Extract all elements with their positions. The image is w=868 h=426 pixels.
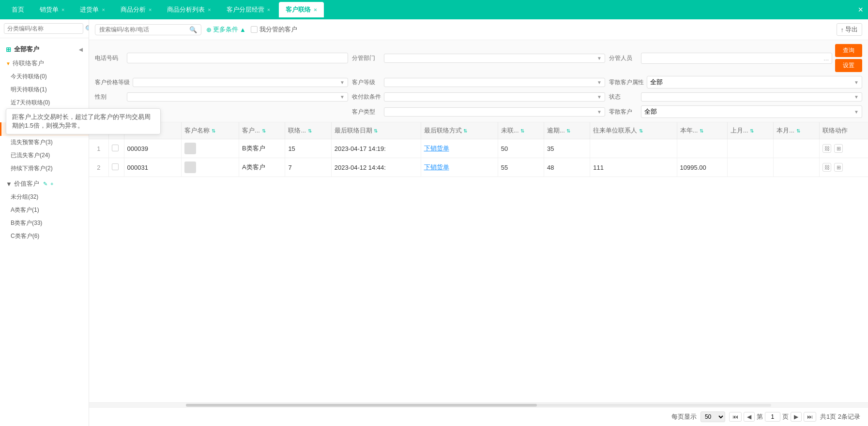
per-page-label: 每页显示 — [671, 412, 697, 421]
page-input[interactable] — [765, 412, 780, 422]
filter-row-retail-attr: 零散客户属性 全部 ▼ — [609, 76, 862, 88]
query-button[interactable]: 查询 — [835, 44, 862, 57]
th-this-year[interactable]: 本年... ⇅ — [677, 122, 727, 139]
gender-select[interactable]: ▼ — [127, 92, 348, 102]
search-input[interactable] — [99, 26, 187, 33]
sidebar-item-tomorrow-pending[interactable]: 明天待联络(1) — [0, 83, 89, 96]
tab-customer-tier-close[interactable]: × — [267, 7, 270, 13]
last-method-link-2[interactable]: 下销货单 — [424, 163, 449, 171]
tab-sales-order[interactable]: 销货单 × — [33, 2, 71, 17]
th-last-date[interactable]: 最后联络日期 ⇅ — [331, 122, 421, 139]
first-page-button[interactable]: ⏮ — [729, 412, 742, 422]
retail-attr-select[interactable]: 全部 ▼ — [647, 76, 862, 88]
row-action-1: ⛓ ⊞ — [820, 139, 868, 158]
tab-home[interactable]: 首页 — [5, 2, 31, 17]
filter-row-customer-level: 客户等级 ▼ — [352, 76, 605, 88]
my-customer-checkbox[interactable] — [251, 26, 258, 33]
edit-group-icon[interactable]: ✎ — [43, 181, 47, 187]
th-unit-contact[interactable]: 往来单位联系人 ⇅ — [590, 122, 677, 139]
retail-customer-select[interactable]: 全部 ▼ — [641, 105, 862, 118]
th-uncontact[interactable]: 未联... ⇅ — [498, 122, 544, 139]
row-checkbox-1[interactable] — [108, 139, 124, 158]
manager-label: 分管人员 — [609, 54, 638, 62]
tab-customer-contact-close[interactable]: × — [314, 7, 317, 13]
action-link-icon-1[interactable]: ⛓ — [822, 144, 831, 153]
last-method-link-1[interactable]: 下销货单 — [424, 145, 449, 152]
tab-customer-tier[interactable]: 客户分层经营 × — [220, 2, 277, 17]
pagination-bar: 每页显示 50 100 200 ⏮ ◀ 第 页 ▶ ⏭ 共1页 2条记录 — [89, 407, 868, 426]
filter-row-payment: 收付款条件 ▼ — [352, 92, 605, 102]
customer-type-select[interactable]: ▼ — [384, 107, 605, 117]
action-link-icon-2[interactable]: ⛓ — [822, 163, 831, 172]
status-select[interactable]: ▼ — [641, 92, 862, 102]
sidebar-item-class-a[interactable]: A类客户(1) — [0, 204, 89, 217]
row-last-method-2[interactable]: 下销货单 — [421, 158, 498, 177]
row-last-method-1[interactable]: 下销货单 — [421, 139, 498, 158]
sidebar-item-churned[interactable]: 已流失客户(24) — [0, 149, 89, 162]
sidebar-item-declining[interactable]: 持续下滑客户(2) — [0, 162, 89, 175]
horizontal-scrollbar[interactable] — [89, 402, 868, 407]
payment-caret: ▼ — [597, 94, 602, 100]
sidebar-search-icon[interactable]: 🔍 — [85, 25, 89, 32]
row-checkbox-2[interactable] — [108, 158, 124, 177]
th-name[interactable]: 客户名称 ⇅ — [182, 122, 239, 139]
sidebar-item-ungroup[interactable]: 未分组(32) — [0, 191, 89, 204]
manager-select[interactable]: ... — [641, 53, 832, 64]
row-last-month-1 — [727, 139, 773, 158]
tab-purchase-order[interactable]: 进货单 × — [73, 2, 111, 17]
filter-icon: ⊕ — [206, 26, 212, 33]
prev-page-button[interactable]: ◀ — [744, 412, 755, 422]
export-button[interactable]: ↑ 导出 — [837, 23, 863, 36]
next-page-button[interactable]: ▶ — [791, 412, 802, 422]
tab-sales-order-close[interactable]: × — [61, 7, 64, 13]
action-grid-icon-2[interactable]: ⊞ — [834, 163, 843, 172]
phone-input[interactable] — [127, 53, 348, 63]
per-page-select[interactable]: 50 100 200 — [700, 411, 725, 422]
more-conditions-btn[interactable]: ⊕ 更多条件 ▲ — [206, 25, 246, 34]
gender-caret: ▼ — [340, 94, 345, 100]
th-contact[interactable]: 联络... ⇅ — [285, 122, 331, 139]
search-icon[interactable]: 🔍 — [189, 26, 197, 33]
tab-product-analysis-list[interactable]: 商品分析列表 × — [160, 2, 217, 17]
dept-select[interactable]: ▼ — [384, 54, 605, 63]
th-last-month[interactable]: 上月... ⇅ — [727, 122, 773, 139]
row-2-checkbox[interactable] — [112, 163, 119, 170]
scrollbar-thumb[interactable] — [186, 404, 537, 407]
settings-button[interactable]: 设置 — [835, 59, 862, 72]
sidebar-item-7day-pending[interactable]: 近7天待联络(0) — [0, 96, 89, 109]
row-action-2: ⛓ ⊞ — [820, 158, 868, 177]
sidebar-group-value-customer[interactable]: ▼ 价值客户 ✎ + — [0, 177, 89, 191]
filter-row-dept: 分管部门 ▼ — [352, 44, 605, 72]
row-overdue-2: 48 — [544, 158, 590, 177]
extended-filter: 电话号码 分管部门 ▼ 分管人员 ... 查询 设置 — [89, 40, 868, 122]
payment-select[interactable]: ▼ — [384, 92, 605, 102]
action-grid-icon-1[interactable]: ⊞ — [834, 144, 843, 153]
customer-level-select[interactable]: ▼ — [384, 78, 605, 87]
tab-product-analysis-close[interactable]: × — [149, 7, 152, 13]
th-type[interactable]: 客户... ⇅ — [239, 122, 285, 139]
th-this-month[interactable]: 本月... ⇅ — [774, 122, 820, 139]
sidebar-item-class-c[interactable]: C类客户(6) — [0, 230, 89, 243]
last-page-button[interactable]: ⏭ — [804, 412, 816, 422]
page-navigation: ⏮ ◀ 第 页 ▶ ⏭ — [729, 412, 816, 422]
row-1-checkbox[interactable] — [112, 145, 119, 151]
filter-bar: 🔍 ⊕ 更多条件 ▲ 我分管的客户 ↑ 导出 — [89, 19, 868, 40]
tab-product-analysis-list-close[interactable]: × — [208, 7, 211, 13]
sidebar-group-pending-contact[interactable]: ▼ 待联络客户 — [0, 57, 89, 70]
phone-label: 电话号码 — [95, 54, 124, 62]
window-close-button[interactable]: × — [858, 5, 863, 15]
tab-product-analysis[interactable]: 商品分析 × — [114, 2, 158, 17]
add-group-icon[interactable]: + — [50, 181, 53, 187]
my-customer-checkbox-wrap[interactable]: 我分管的客户 — [251, 25, 297, 34]
sidebar-item-today-pending[interactable]: 今天待联络(0) — [0, 70, 89, 83]
sidebar-item-churn-warning[interactable]: 流失预警客户(3) — [0, 136, 89, 149]
tab-purchase-order-close[interactable]: × — [102, 7, 105, 13]
tab-customer-contact[interactable]: 客户联络 × — [279, 2, 323, 17]
sidebar-all-customers[interactable]: ⊞ 全部客户 ◀ — [0, 42, 89, 57]
filter-row-gender: 性别 ▼ — [95, 92, 348, 102]
price-level-select[interactable]: ▼ — [133, 78, 348, 87]
sidebar-item-class-b[interactable]: B类客户(33) — [0, 217, 89, 230]
sidebar-search-input[interactable] — [4, 23, 83, 34]
th-last-method[interactable]: 最后联络方式 ⇅ — [421, 122, 498, 139]
th-overdue[interactable]: 逾期... ⇅ — [544, 122, 590, 139]
